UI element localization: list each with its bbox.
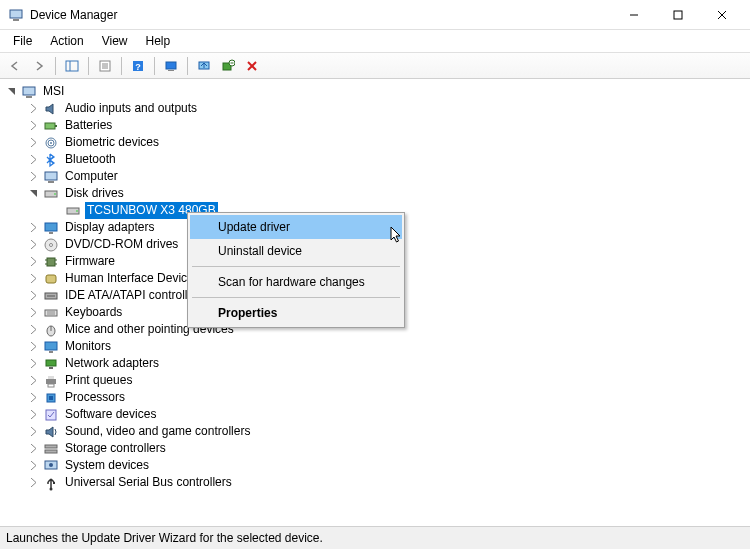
computer-icon	[21, 84, 37, 100]
expand-icon[interactable]	[28, 358, 39, 369]
expand-icon[interactable]	[28, 375, 39, 386]
sound-icon	[43, 424, 59, 440]
tree-category[interactable]: Computer	[6, 168, 750, 185]
tree-category[interactable]: Storage controllers	[6, 440, 750, 457]
disable-button[interactable]	[241, 55, 263, 77]
system-icon	[43, 458, 59, 474]
storage-icon	[43, 441, 59, 457]
window-title: Device Manager	[30, 8, 117, 22]
tree-category[interactable]: Batteries	[6, 117, 750, 134]
help-button[interactable]: ?	[127, 55, 149, 77]
drive-icon	[65, 203, 81, 219]
battery-icon	[43, 118, 59, 134]
tree-category-label: Print queues	[63, 372, 134, 389]
context-menu-item[interactable]: Scan for hardware changes	[190, 270, 402, 294]
forward-button[interactable]	[28, 55, 50, 77]
expand-icon[interactable]	[28, 409, 39, 420]
expand-icon[interactable]	[28, 460, 39, 471]
tree-category[interactable]: Biometric devices	[6, 134, 750, 151]
expand-icon[interactable]	[28, 341, 39, 352]
close-button[interactable]	[700, 1, 744, 29]
tree-category-label: Audio inputs and outputs	[63, 100, 199, 117]
speaker-icon	[43, 101, 59, 117]
toolbar-separator	[88, 57, 89, 75]
tree-category[interactable]: System devices	[6, 457, 750, 474]
svg-point-33	[76, 210, 78, 212]
svg-rect-55	[46, 379, 56, 384]
svg-rect-57	[48, 384, 54, 387]
tree-category[interactable]: Audio inputs and outputs	[6, 100, 750, 117]
menu-view[interactable]: View	[93, 31, 137, 51]
expand-icon[interactable]	[28, 103, 39, 114]
context-menu-item[interactable]: Properties	[190, 301, 402, 325]
expand-icon[interactable]	[28, 256, 39, 267]
svg-point-37	[50, 243, 53, 246]
minimize-button[interactable]	[612, 1, 656, 29]
expand-icon[interactable]	[28, 239, 39, 250]
tree-category-label: Firmware	[63, 253, 117, 270]
show-hide-console-tree-button[interactable]	[61, 55, 83, 77]
expand-icon[interactable]	[28, 392, 39, 403]
menu-action[interactable]: Action	[41, 31, 92, 51]
expand-icon[interactable]	[28, 154, 39, 165]
ide-icon	[43, 288, 59, 304]
tree-category-label: DVD/CD-ROM drives	[63, 236, 180, 253]
maximize-button[interactable]	[656, 1, 700, 29]
expand-icon[interactable]	[28, 290, 39, 301]
status-text: Launches the Update Driver Wizard for th…	[6, 531, 323, 545]
svg-rect-0	[10, 10, 22, 18]
tree-category[interactable]: Monitors	[6, 338, 750, 355]
toolbar-separator	[121, 57, 122, 75]
expand-icon[interactable]	[28, 171, 39, 182]
tree-category-label: System devices	[63, 457, 151, 474]
svg-rect-43	[46, 275, 56, 283]
context-menu-separator	[192, 266, 400, 267]
tree-root[interactable]: MSI	[6, 83, 750, 100]
expand-icon[interactable]	[28, 443, 39, 454]
expand-icon[interactable]	[28, 426, 39, 437]
svg-rect-46	[45, 310, 57, 316]
tree-category[interactable]: Processors	[6, 389, 750, 406]
menu-file[interactable]: File	[4, 31, 41, 51]
expand-icon[interactable]	[28, 137, 39, 148]
device-manager-icon	[8, 7, 24, 23]
update-driver-button[interactable]	[193, 55, 215, 77]
expand-icon[interactable]	[28, 477, 39, 488]
expand-icon[interactable]	[28, 222, 39, 233]
menu-help[interactable]: Help	[137, 31, 180, 51]
scan-hardware-button[interactable]	[160, 55, 182, 77]
tree-category-label: Universal Serial Bus controllers	[63, 474, 234, 491]
tree-category[interactable]: Network adapters	[6, 355, 750, 372]
tree-category[interactable]: Software devices	[6, 406, 750, 423]
expand-icon[interactable]	[28, 324, 39, 335]
fingerprint-icon	[43, 135, 59, 151]
disc-icon	[43, 237, 59, 253]
tree-category-label: Human Interface Devices	[63, 270, 202, 287]
tree-category-label: Network adapters	[63, 355, 161, 372]
tree-category[interactable]: Print queues	[6, 372, 750, 389]
expand-icon[interactable]	[28, 307, 39, 318]
context-menu-item[interactable]: Uninstall device	[190, 239, 402, 263]
properties-button[interactable]	[94, 55, 116, 77]
tree-category[interactable]: Disk drives	[6, 185, 750, 202]
tree-category[interactable]: Sound, video and game controllers	[6, 423, 750, 440]
collapse-icon[interactable]	[28, 188, 39, 199]
tree-category[interactable]: Universal Serial Bus controllers	[6, 474, 750, 491]
mouse-icon	[43, 322, 59, 338]
tree-category-label: Disk drives	[63, 185, 126, 202]
tree-category-label: IDE ATA/ATAPI controllers	[63, 287, 206, 304]
svg-rect-23	[45, 123, 55, 129]
cpu-icon	[43, 390, 59, 406]
svg-rect-1	[13, 19, 19, 21]
svg-rect-6	[66, 61, 78, 71]
expand-icon[interactable]	[28, 120, 39, 131]
expand-icon[interactable]	[6, 86, 17, 97]
uninstall-button[interactable]	[217, 55, 239, 77]
expand-icon[interactable]	[28, 273, 39, 284]
tree-category[interactable]: Bluetooth	[6, 151, 750, 168]
svg-rect-52	[49, 351, 53, 353]
context-menu-item[interactable]: Update driver	[190, 215, 402, 239]
svg-rect-21	[23, 87, 35, 95]
software-icon	[43, 407, 59, 423]
back-button[interactable]	[4, 55, 26, 77]
